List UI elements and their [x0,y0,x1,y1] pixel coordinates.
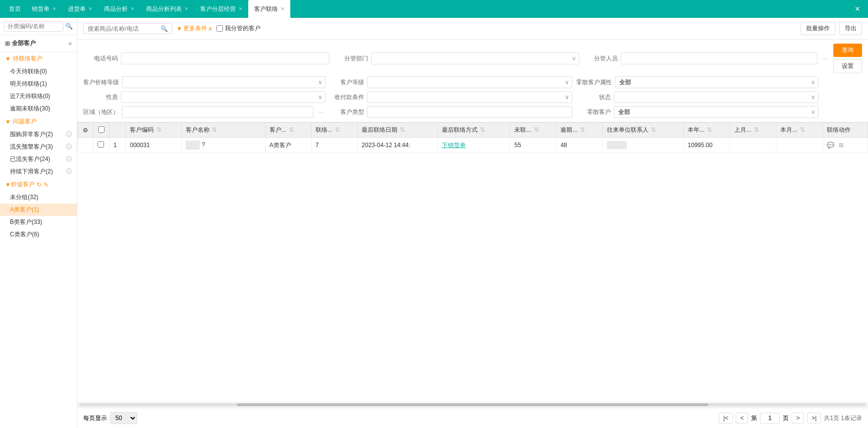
row-last-contact-method[interactable]: 下销货单 [437,138,510,153]
status-select[interactable] [614,91,818,103]
dept-select-wrap: ∨ [371,53,580,64]
sidebar-all-customers[interactable]: ⊞ 全部客户 « [0,35,77,52]
prev-page-button[interactable]: < [736,413,748,424]
customer-level-select[interactable] [367,76,572,88]
sidebar-item-b-class[interactable]: B类客户(33) [0,216,77,228]
my-customers-checkbox[interactable] [217,25,223,32]
sidebar-group-problem[interactable]: ▼ 问题客户 [0,115,77,128]
query-button[interactable]: 查询 [833,44,862,57]
row-last-month [730,138,776,153]
nav-product-list[interactable]: 商品分析列表 × [140,0,194,18]
sort-icon-contact: ⇅ [335,126,340,133]
filter-retail-customer: 零散客户 全部 ∨ [576,106,818,118]
person-input[interactable] [621,53,817,64]
scrollbar-thumb[interactable] [237,403,709,406]
sidebar-collapse-btn[interactable]: « [68,40,72,47]
settings-button[interactable]: 设置 [833,59,862,73]
batch-operation-button[interactable]: 批量操作 [801,22,835,35]
filter-icon: ▼ [176,25,182,32]
close-purchase-tab[interactable]: × [89,5,92,12]
sidebar-item-ungrouped[interactable]: 未分组(32) [0,191,77,204]
table-header-this-month[interactable]: 本月... ⇅ [776,123,822,138]
sidebar-item-a-class[interactable]: A类客户(1) [0,204,77,216]
table-header-checkbox[interactable] [94,123,109,138]
table-header-customer-name[interactable]: 客户名称 ⇅ [182,123,266,138]
close-customer-tier-tab[interactable]: × [239,5,242,12]
table-header-unit-contact[interactable]: 往来单位联系人 ⇅ [602,123,683,138]
table-header-last-contact-date[interactable]: 最后联络日期 ⇅ [358,123,438,138]
customer-type-input[interactable] [367,106,572,118]
table-header-overdue[interactable]: 逾期... ⇅ [556,123,602,138]
close-product-list-tab[interactable]: × [185,5,188,12]
contact-method-link[interactable]: 下销货单 [442,142,466,149]
payment-select[interactable] [367,91,572,103]
nav-customer-tier[interactable]: 客户分层经营 × [194,0,248,18]
filter-payment: 收付款条件 ∨ [329,91,572,103]
next-page-button[interactable]: > [792,413,804,424]
sidebar-search-input[interactable] [4,21,63,32]
sidebar-item-hoard-abnormal[interactable]: 囤购异常客户(2) ⓘ [0,128,77,141]
sidebar-item-overdue[interactable]: 逾期未联络(30) [0,103,77,115]
sidebar-item-c-class[interactable]: C类客户(6) [0,228,77,241]
region-more-dots[interactable]: ··· [317,108,326,115]
close-product-analysis-tab[interactable]: × [131,5,134,12]
table-header-contact-count[interactable]: 联络... ⇅ [311,123,357,138]
sidebar-item-churn-warning[interactable]: 流失预警客户(3) ⓘ [0,141,77,153]
action-more-icon[interactable]: ⊞ [839,142,844,149]
scrollbar-track [79,403,866,406]
sort-icon-method: ⇅ [480,126,485,133]
nav-customer-contact[interactable]: 客户联络 × [248,0,290,18]
close-sales-tab[interactable]: × [53,5,56,12]
phone-input[interactable] [121,53,329,64]
sidebar-item-today-pending[interactable]: 今天待联络(0) [0,65,77,78]
table-header-last-month[interactable]: 上月... ⇅ [730,123,776,138]
person-more-dots[interactable]: ··· [820,55,829,62]
filter-more-conditions[interactable]: ▼ 更多条件 ∧ [176,24,213,33]
sidebar-group-pending[interactable]: ▼ 待联络客户 [0,52,77,65]
dept-select[interactable] [371,53,580,64]
sort-icon-not-contacted: ⇅ [534,126,539,133]
app-close-button[interactable]: × [851,4,864,14]
retail-customer-select[interactable]: 全部 [614,106,818,118]
table-header-customer-code[interactable]: 客户编码 ⇅ [126,123,182,138]
last-page-button[interactable]: >| [807,413,821,424]
page-number-input[interactable] [760,413,780,424]
table-header-not-contacted[interactable]: 未联... ⇅ [510,123,556,138]
select-all-checkbox[interactable] [98,126,105,133]
table-header-this-year[interactable]: 本年... ⇅ [684,123,730,138]
table-header-row: ⚙ 客户编码 ⇅ 客户名称 ⇅ 客户... ⇅ 联络... ⇅ 最后联络日期 ⇅… [78,123,868,138]
table-header-last-contact-method[interactable]: 最后联络方式 ⇅ [437,123,510,138]
action-message-icon[interactable]: 💬 [827,142,834,149]
nav-purchase[interactable]: 进货单 × [62,0,98,18]
table-header-settings[interactable]: ⚙ [78,123,94,138]
close-customer-contact-tab[interactable]: × [281,5,284,12]
sidebar-group-value[interactable]: ▼ 价值客户 ↻ ✎ [0,178,77,191]
row-customer-code[interactable]: 000031 [126,138,182,153]
row-customer-name[interactable]: ? [182,138,266,153]
sidebar-search-icon[interactable]: 🔍 [65,23,73,30]
filter-search-icon[interactable]: 🔍 [161,25,168,32]
filter-search-input[interactable] [88,25,161,32]
row-contact-count: 7 [311,138,357,153]
nav-home[interactable]: 首页 [4,0,26,18]
page-controls: |< < 第 页 > >| 共1页 1条记录 [719,413,862,424]
nav-product-analysis[interactable]: 商品分析 × [98,0,140,18]
page-size-select[interactable]: 50 100 [110,412,137,424]
sort-icon-last-month: ⇅ [754,126,759,133]
row-select-checkbox[interactable] [98,141,104,148]
sidebar-item-week-pending[interactable]: 近7天待联络(0) [0,90,77,103]
sidebar-item-declining[interactable]: 持续下滑客户(2) ⓘ [0,165,77,178]
sidebar-item-churned[interactable]: 已流失客户(24) ⓘ [0,153,77,165]
horizontal-scrollbar[interactable] [77,402,868,408]
export-button[interactable]: 导出 [839,22,862,35]
region-input[interactable] [122,106,314,118]
sidebar-item-tomorrow-pending[interactable]: 明天待联络(1) [0,78,77,90]
retail-attr-select[interactable]: 全部 [615,76,818,88]
nature-select[interactable] [121,91,326,103]
table-header-customer-type[interactable]: 客户... ⇅ [265,123,311,138]
first-page-button[interactable]: |< [719,413,733,424]
price-level-select[interactable] [122,76,326,88]
nav-sales[interactable]: 销货单 × [26,0,62,18]
refresh-icon[interactable]: ↻ [37,181,42,188]
edit-icon[interactable]: ✎ [44,181,49,188]
